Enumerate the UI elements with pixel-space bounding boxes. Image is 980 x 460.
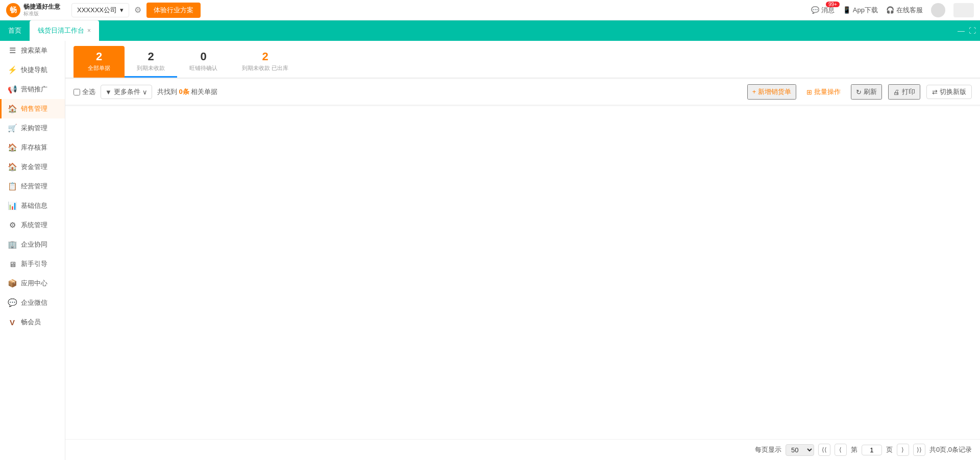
system-icon: ⚙	[8, 221, 17, 230]
refresh-button[interactable]: ↻ 刷新	[851, 84, 882, 100]
page-label-prefix: 第	[851, 445, 857, 454]
page-first-button[interactable]: ⟨⟨	[818, 444, 830, 456]
sidebar-search-label: 搜索菜单	[21, 46, 47, 55]
stat-tab-pending[interactable]: 0 旺铺待确认	[177, 46, 230, 78]
refresh-icon: ↻	[856, 88, 862, 96]
settings-icon[interactable]: ⚙	[134, 5, 141, 15]
sidebar-item-purchase[interactable]: 🛒 采购管理	[0, 118, 65, 138]
page-label-suffix: 页	[886, 445, 893, 454]
company-name: XXXXXX公司	[77, 6, 117, 15]
content-area: 2 全部单据 2 到期未收款 0 旺铺待确认 2 到期未收款 已出库 全选	[65, 41, 980, 460]
filter-button[interactable]: ▼ 更多条件 ∨	[101, 85, 152, 99]
stat-number-pending: 0	[200, 50, 206, 63]
sidebar-item-sales[interactable]: 🏠 销售管理	[0, 99, 65, 118]
sidebar-item-member[interactable]: V 畅会员	[0, 312, 65, 332]
member-icon: V	[8, 318, 17, 327]
batch-icon: ⊞	[806, 88, 812, 96]
sidebar-item-marketing[interactable]: 📢 营销推广	[0, 80, 65, 99]
sidebar-item-enterprise[interactable]: 🏢 企业协同	[0, 235, 65, 254]
avatar[interactable]	[931, 3, 945, 17]
headset-icon: 🎧	[886, 6, 894, 14]
chevron-filter-icon: ∨	[142, 88, 148, 96]
user-menu[interactable]	[953, 3, 974, 17]
finance-icon: 🏠	[8, 162, 17, 172]
message-badge: 99+	[826, 2, 840, 7]
sidebar: ☰ 搜索菜单 ⚡ 快捷导航 📢 营销推广 🏠 销售管理 🛒 采购管理 🏠 库存核…	[0, 41, 65, 460]
top-header: 畅 畅捷通好生意 标准版 XXXXXX公司 ▾ ⚙ 体验行业方案 💬 消息 99…	[0, 0, 980, 20]
page-size-label: 每页显示	[755, 445, 781, 454]
logo-text: 畅捷通好生意 标准版	[23, 3, 60, 16]
found-text: 共找到 0条 相关单据	[157, 87, 217, 96]
sidebar-item-wechat[interactable]: 💬 企业微信	[0, 293, 65, 312]
trial-button[interactable]: 体验行业方案	[146, 3, 201, 18]
stat-tab-outstock[interactable]: 2 到期未收款 已出库	[230, 46, 301, 78]
sidebar-item-operations[interactable]: 📋 经营管理	[0, 177, 65, 196]
stat-number-overdue: 2	[148, 50, 154, 63]
purchase-icon: 🛒	[8, 124, 17, 133]
stat-label-all: 全部单据	[88, 64, 110, 72]
empty-state	[65, 106, 980, 439]
toolbar-right: + 新增销货单 ⊞ 批量操作 ↻ 刷新 🖨 打印 ⇄ 切换新版	[747, 84, 972, 100]
toolbar: 全选 ▼ 更多条件 ∨ 共找到 0条 相关单据 + 新增销货单 ⊞ 批量操作	[65, 79, 980, 105]
stat-label-pending: 旺铺待确认	[189, 64, 217, 72]
tab-active[interactable]: 钱货日清工作台 ×	[30, 20, 99, 41]
print-button[interactable]: 🖨 打印	[888, 84, 920, 100]
app-center-icon: 📦	[8, 279, 17, 288]
sidebar-item-system[interactable]: ⚙ 系统管理	[0, 215, 65, 235]
online-service-button[interactable]: 🎧 在线客服	[886, 6, 923, 15]
sidebar-item-inventory[interactable]: 🏠 库存核算	[0, 138, 65, 157]
switch-icon: ⇄	[932, 88, 938, 96]
sidebar-item-basic-info[interactable]: 📊 基础信息	[0, 196, 65, 215]
enterprise-icon: 🏢	[8, 240, 17, 249]
page-total: 共0页,0条记录	[929, 445, 972, 454]
sidebar-item-quick-nav[interactable]: ⚡ 快捷导航	[0, 60, 65, 80]
stat-tab-overdue[interactable]: 2 到期未收款	[125, 46, 177, 78]
logo-main: 畅捷通好生意	[23, 3, 60, 10]
tab-minimize-icon[interactable]: —	[958, 27, 965, 35]
filter-icon: ▼	[105, 88, 112, 96]
message-button[interactable]: 💬 消息 99+	[811, 6, 835, 15]
select-all-input[interactable]	[74, 89, 80, 95]
app-icon: 📱	[843, 6, 851, 14]
page-last-button[interactable]: ⟩⟩	[913, 444, 925, 456]
logo-icon: 畅	[6, 3, 20, 17]
sidebar-item-finance[interactable]: 🏠 资金管理	[0, 157, 65, 177]
search-icon: ☰	[8, 46, 17, 55]
toolbar-left: 全选 ▼ 更多条件 ∨ 共找到 0条 相关单据	[74, 85, 217, 99]
inventory-icon: 🏠	[8, 143, 17, 152]
tab-close-icon[interactable]: ×	[87, 27, 91, 34]
tab-expand-icon[interactable]: ⛶	[969, 27, 976, 35]
page-size-select[interactable]: 50 10 20 100	[786, 444, 814, 456]
header-right: 💬 消息 99+ 📱 App下载 🎧 在线客服	[811, 3, 974, 17]
table-area	[65, 106, 980, 439]
tab-home[interactable]: 首页	[0, 20, 30, 41]
page-prev-button[interactable]: ⟨	[835, 444, 847, 456]
tab-bar-actions: — ⛶	[958, 27, 980, 35]
app-download-button[interactable]: 📱 App下载	[843, 6, 878, 15]
stats-tabs: 2 全部单据 2 到期未收款 0 旺铺待确认 2 到期未收款 已出库	[65, 41, 980, 78]
select-all-checkbox[interactable]: 全选	[74, 87, 95, 96]
sales-icon: 🏠	[8, 104, 17, 113]
sidebar-item-app-center[interactable]: 📦 应用中心	[0, 274, 65, 293]
tab-bar: 首页 钱货日清工作台 × — ⛶	[0, 20, 980, 41]
batch-operation-button[interactable]: ⊞ 批量操作	[802, 85, 845, 99]
guide-icon: 🖥	[8, 259, 17, 269]
message-icon: 💬	[811, 6, 819, 14]
stat-label-overdue: 到期未收款	[137, 64, 165, 72]
add-sales-button[interactable]: + 新增销货单	[747, 84, 796, 100]
print-icon: 🖨	[893, 88, 900, 96]
quick-nav-icon: ⚡	[8, 65, 17, 75]
main-layout: ☰ 搜索菜单 ⚡ 快捷导航 📢 营销推广 🏠 销售管理 🛒 采购管理 🏠 库存核…	[0, 41, 980, 460]
page-input[interactable]	[862, 445, 882, 455]
switch-version-button[interactable]: ⇄ 切换新版	[926, 85, 972, 99]
pagination: 每页显示 50 10 20 100 ⟨⟨ ⟨ 第 页 ⟩ ⟩⟩ 共0页,0条记录	[65, 439, 980, 460]
logo-area: 畅 畅捷通好生意 标准版	[6, 3, 71, 17]
stat-number-all: 2	[96, 50, 102, 63]
logo-sub: 标准版	[23, 11, 60, 17]
sidebar-item-search[interactable]: ☰ 搜索菜单	[0, 41, 65, 60]
page-next-button[interactable]: ⟩	[897, 444, 909, 456]
stat-tab-all[interactable]: 2 全部单据	[74, 46, 125, 78]
sidebar-item-guide[interactable]: 🖥 新手引导	[0, 254, 65, 274]
company-selector[interactable]: XXXXXX公司 ▾	[71, 3, 129, 17]
basic-info-icon: 📊	[8, 201, 17, 210]
